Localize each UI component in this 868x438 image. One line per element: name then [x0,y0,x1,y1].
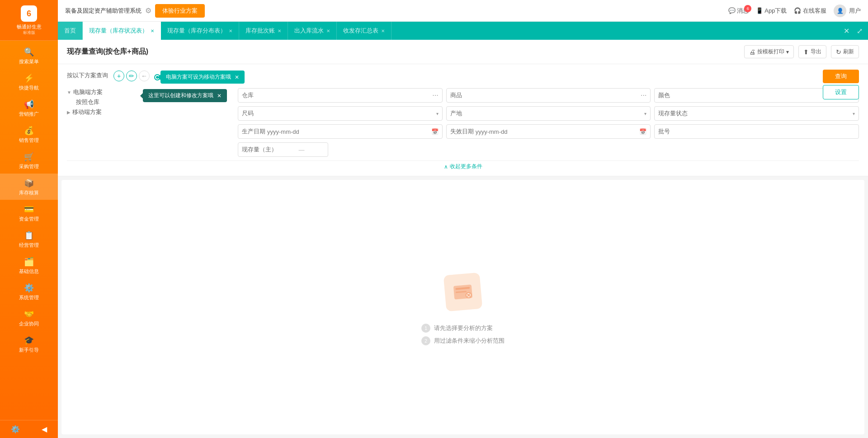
settings-bottom-btn[interactable]: ⚙️ [11,425,20,433]
warehouse-field[interactable]: 仓库 ··· [238,88,443,103]
tab-stock-status-label: 现存量（库存状况表） [89,27,148,35]
tab-stock-receive-close[interactable]: ✕ [381,28,385,33]
collapse-filter-btn[interactable]: ∧ 收起更多条件 [67,160,859,172]
avatar: 👤 [834,5,846,17]
desktop-scheme-label[interactable]: 电脑端方案 [73,88,103,96]
production-date-input[interactable] [267,128,429,135]
basic-icon: 🗂️ [24,257,34,267]
sidebar-item-label: 基础信息 [19,268,39,275]
goods-dots[interactable]: ··· [641,91,646,99]
sidebar-item-sales[interactable]: 💰 销售管理 [0,121,58,147]
warehouse-dots[interactable]: ··· [432,91,438,99]
expiry-date-field[interactable]: 失效日期 📅 [446,124,651,139]
stock-status-field[interactable]: 现存量状态 ▾ [654,106,859,121]
sidebar-item-inventory[interactable]: 📦 库存核算 [0,174,58,200]
tab-stock-status-close[interactable]: ✕ [151,28,154,33]
tab-stock-batch[interactable]: 库存批次账 ✕ [239,22,288,40]
user-label: 用户 [849,7,861,15]
system-icon: ⚙️ [24,283,34,293]
tab-stock-receive[interactable]: 收发存汇总表 ✕ [337,22,392,40]
size-arrow-icon: ▾ [436,111,439,116]
export-btn[interactable]: ⬆ 导出 [798,45,826,58]
stock-main-field[interactable]: 现存量（主） — [238,142,328,157]
marketing-icon: 📢 [24,99,34,109]
empty-svg [448,277,477,306]
sidebar-item-operation[interactable]: 📋 经营管理 [0,226,58,252]
empty-icon [440,269,486,315]
app-badge: 标准版 [23,30,35,36]
tooltip-scheme2: 这里可以创建和修改方案哦 ✕ [143,89,227,102]
tabbar: 首页 现存量（库存状况表） ✕ 现存量（库存分布表） ✕ 库存批次账 ✕ 出入库… [58,22,868,40]
production-date-field[interactable]: 生产日期 📅 [238,124,443,139]
user-menu[interactable]: 👤 用户 [834,5,861,17]
add-scheme-btn[interactable]: + [113,71,124,81]
origin-arrow-icon: ▾ [644,111,646,116]
sidebar-item-label: 快捷导航 [19,85,39,91]
content-header: 现存量查询(按仓库+商品) 🖨 按模板打印 ▾ ⬆ 导出 ↻ 刷新 [58,40,868,64]
reset-btn[interactable]: 设置 [823,85,859,99]
tab-stock-dist-close[interactable]: ✕ [229,28,232,33]
tab-stock-inout[interactable]: 出入库流水 ✕ [288,22,337,40]
print-btn[interactable]: 🖨 按模板打印 ▾ [744,45,794,58]
export-icon: ⬆ [803,48,809,56]
batch-field[interactable]: 批号 [654,124,859,139]
sidebar-item-finance[interactable]: 💳 资金管理 [0,200,58,226]
production-date-calendar-icon[interactable]: 📅 [431,128,439,135]
newbie-icon: 🎓 [24,335,34,345]
sidebar-bottom: ⚙️ ◀ [0,420,58,438]
sidebar-nav: 🔍 搜索菜单 ⚡ 快捷导航 📢 营销推广 💰 销售管理 🛒 采购管理 📦 库存核… [0,41,58,420]
tab-stock-inout-close[interactable]: ✕ [326,28,330,33]
sidebar-item-basic[interactable]: 🗂️ 基础信息 [0,252,58,278]
sidebar-item-newbie[interactable]: 🎓 新手引导 [0,331,58,357]
desktop-scheme-child[interactable]: 按照仓库 [76,99,99,105]
back-scheme-btn[interactable]: ← [139,71,150,81]
sidebar-item-system[interactable]: ⚙️ 系统管理 [0,278,58,305]
quick-nav-icon: ⚡ [24,73,34,83]
expiry-date-calendar-icon[interactable]: 📅 [639,128,646,135]
empty-state: 1 请先选择要分析的方案 2 用过滤条件来缩小分析范围 [61,180,864,434]
tab-stock-dist[interactable]: 现存量（库存分布表） ✕ [161,22,239,40]
step2-num: 2 [421,336,430,345]
edit-scheme-btn[interactable]: ✏ [126,71,137,81]
stock-main-separator: — [299,146,305,153]
sidebar-item-label: 新手引导 [19,347,39,353]
messages-badge[interactable]: 💬 消息 6 [728,7,749,15]
sidebar-item-quick-nav[interactable]: ⚡ 快捷导航 [0,69,58,95]
sidebar-item-marketing[interactable]: 📢 营销推广 [0,95,58,121]
tooltip2-close-btn[interactable]: ✕ [217,93,222,99]
system-settings-icon[interactable]: ⚙ [145,6,151,15]
topbar-left: 装备及固定资产辅助管理系统 ⚙ 体验行业方案 [65,4,205,18]
tab-home-label: 首页 [64,27,76,35]
origin-field[interactable]: 产地 ▾ [446,106,651,121]
sidebar-item-enterprise[interactable]: 🤝 企业协同 [0,305,58,331]
online-service-link[interactable]: 🎧 在线客服 [794,7,826,15]
tab-home[interactable]: 首页 [58,22,83,40]
tab-stock-batch-close[interactable]: ✕ [278,28,281,33]
app-download-link[interactable]: 📱 App下载 [756,7,787,15]
mobile-scheme-label[interactable]: 移动端方案 [72,108,102,116]
app-name: 畅通好生意 [17,24,42,30]
header-actions: 🖨 按模板打印 ▾ ⬆ 导出 ↻ 刷新 [744,45,859,58]
industry-btn[interactable]: 体验行业方案 [155,4,205,18]
collapse-sidebar-btn[interactable]: ◀ [42,425,47,433]
sidebar-item-search-menu[interactable]: 🔍 搜索菜单 [0,42,58,69]
sidebar-item-label: 企业协同 [19,320,39,327]
search-btn[interactable]: 查询 [823,70,859,83]
size-field[interactable]: 尺码 ▾ [238,106,443,121]
expiry-date-input[interactable] [476,128,638,135]
tab-stock-dist-label: 现存量（库存分布表） [167,27,226,35]
refresh-btn[interactable]: ↻ 刷新 [831,45,859,58]
empty-step-1: 1 请先选择要分析的方案 [421,324,505,333]
tab-stock-status[interactable]: 现存量（库存状况表） ✕ [83,22,161,40]
tab-close-all-btn[interactable]: ✕ [842,25,851,37]
enterprise-icon: 🤝 [24,309,34,319]
sidebar-item-purchase[interactable]: 🛒 采购管理 [0,147,58,174]
tab-expand-btn[interactable]: ⤢ [855,25,864,37]
tooltip1-close-btn[interactable]: ✕ [235,74,239,80]
color-label: 颜色 [658,91,670,99]
sidebar-item-label: 系统管理 [19,294,39,301]
sidebar-item-label: 资金管理 [19,216,39,222]
page-title: 现存量查询(按仓库+商品) [67,47,148,57]
goods-field[interactable]: 商品 ··· [446,88,651,103]
size-label: 尺码 [242,109,254,118]
